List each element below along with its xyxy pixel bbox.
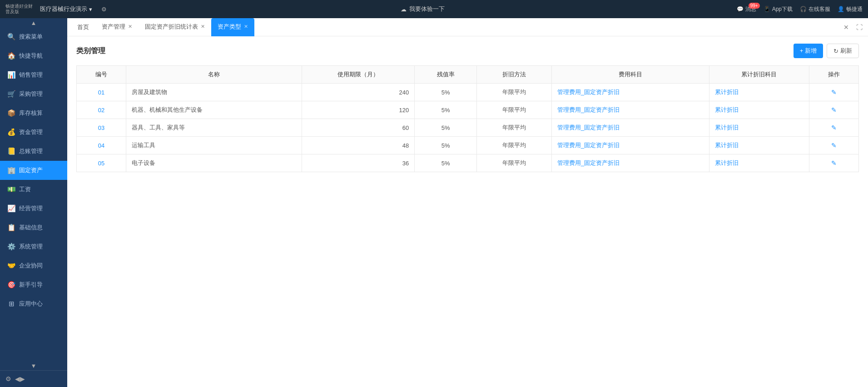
refresh-button[interactable]: ↻ 刷新: [827, 44, 859, 58]
workspace-name: 医疗器械行业演示: [40, 5, 87, 13]
tab-depreciation-stats-close[interactable]: ✕: [201, 24, 205, 30]
page-header: 类别管理 + 新增 ↻ 刷新: [76, 44, 859, 58]
tab-asset-management[interactable]: 资产管理 ✕: [95, 18, 139, 36]
tab-asset-management-label: 资产管理: [102, 23, 125, 31]
page-title: 类别管理: [76, 46, 105, 56]
cell-name-1: 机器、机械和其他生产设备: [126, 101, 302, 119]
sidebar-item-purchase-label: 采购管理: [19, 90, 43, 98]
cell-method-4: 年限平均: [477, 154, 552, 172]
col-header-name: 名称: [126, 66, 302, 84]
collapse-sidebar-icon[interactable]: ◀▶: [15, 375, 25, 382]
purchase-icon: 🛒: [7, 90, 15, 98]
cell-expense-1: 管理费用_固定资产折旧: [551, 101, 709, 119]
table-row: 01 房屋及建筑物 240 5% 年限平均 管理费用_固定资产折旧 累计折旧 ✎: [77, 84, 859, 101]
tab-depreciation-stats-label: 固定资产折旧统计表: [145, 23, 198, 31]
tab-asset-type[interactable]: 资产类型 ✕: [211, 18, 254, 36]
cell-action-2: ✎: [809, 119, 858, 137]
tab-asset-management-close[interactable]: ✕: [128, 24, 132, 30]
sidebar-item-collab[interactable]: 🤝 企业协同: [0, 256, 67, 275]
sidebar-item-basic-info[interactable]: 📋 基础信息: [0, 218, 67, 237]
top-bar-left: 畅捷通好业财 普及版 医疗器械行业演示 ▾ ⚙: [5, 3, 109, 15]
cell-action-1: ✎: [809, 101, 858, 119]
sidebar-item-purchase[interactable]: 🛒 采购管理: [0, 84, 67, 104]
scroll-up-arrow[interactable]: ▲: [0, 18, 67, 27]
sidebar-item-inventory[interactable]: 📦 库存核算: [0, 104, 67, 123]
top-bar-center[interactable]: ☁ 我要体验一下: [401, 5, 445, 13]
sidebar-item-business[interactable]: 📈 经营管理: [0, 199, 67, 218]
tab-depreciation-stats[interactable]: 固定资产折旧统计表 ✕: [139, 18, 211, 36]
col-header-accumulated: 累计折旧科目: [709, 66, 809, 84]
category-table: 编号 名称 使用期限（月） 残值率 折旧方法 费用科目 累计折旧科目 操作 01…: [76, 65, 859, 172]
sidebar-item-basic-info-label: 基础信息: [19, 223, 43, 232]
cell-residual-2: 5%: [415, 119, 477, 137]
sidebar-item-quicknav[interactable]: 🏠 快捷导航: [0, 46, 67, 65]
cell-period-0: 240: [302, 84, 415, 101]
sidebar-item-fixed-assets-label: 固定资产: [19, 166, 43, 174]
edit-icon-3[interactable]: ✎: [831, 142, 837, 149]
app-download-label: App下载: [772, 5, 793, 13]
tab-home-label: 首页: [77, 23, 89, 31]
tab-asset-type-label: 资产类型: [218, 23, 241, 31]
sidebar-item-finance[interactable]: 💰 资金管理: [0, 123, 67, 142]
expand-icon[interactable]: ⛶: [854, 23, 864, 32]
sidebar: ▲ 🔍 搜索菜单 🏠 快捷导航 📊 销售管理 🛒 采购管理 📦 库存核算: [0, 18, 67, 387]
sidebar-item-ledger-label: 总账管理: [19, 147, 43, 155]
edit-icon-2[interactable]: ✎: [831, 124, 837, 131]
table-row: 02 机器、机械和其他生产设备 120 5% 年限平均 管理费用_固定资产折旧 …: [77, 101, 859, 119]
sidebar-item-sales[interactable]: 📊 销售管理: [0, 65, 67, 84]
sidebar-item-search[interactable]: 🔍 搜索菜单: [0, 27, 67, 46]
top-bar-right: 💬 消息 99+ 📱 App下载 🎧 在线客服 👤 畅捷通: [737, 5, 863, 13]
edit-icon-0[interactable]: ✎: [831, 89, 837, 96]
col-header-period: 使用期限（月）: [302, 66, 415, 84]
sidebar-item-system[interactable]: ⚙️ 系统管理: [0, 237, 67, 256]
sidebar-item-inventory-label: 库存核算: [19, 109, 43, 117]
col-header-expense: 费用科目: [551, 66, 709, 84]
sidebar-item-app-center[interactable]: ⊞ 应用中心: [0, 294, 67, 313]
cell-residual-0: 5%: [415, 84, 477, 101]
download-icon: 📱: [764, 6, 770, 12]
bottom-settings-icon[interactable]: ⚙: [5, 375, 11, 382]
cell-action-0: ✎: [809, 84, 858, 101]
cell-name-2: 器具、工具、家具等: [126, 119, 302, 137]
cell-accumulated-0: 累计折旧: [709, 84, 809, 101]
app-logo: 畅捷通好业财 普及版: [5, 4, 33, 15]
settings-icon[interactable]: ⚙: [99, 4, 109, 15]
app-center-icon: ⊞: [7, 300, 15, 308]
sidebar-item-fixed-assets[interactable]: 🏢 固定资产: [0, 161, 67, 180]
sidebar-item-guide[interactable]: 🎯 新手引导: [0, 275, 67, 294]
sidebar-item-search-label: 搜索菜单: [19, 33, 43, 41]
cell-code-2: 03: [77, 119, 126, 137]
cell-name-4: 电子设备: [126, 154, 302, 172]
cell-action-4: ✎: [809, 154, 858, 172]
cell-period-1: 120: [302, 101, 415, 119]
cell-code-3: 04: [77, 137, 126, 154]
sidebar-item-quicknav-label: 快捷导航: [19, 52, 43, 60]
sidebar-item-business-label: 经营管理: [19, 204, 43, 213]
workspace-selector[interactable]: 医疗器械行业演示 ▾: [36, 3, 96, 15]
col-header-method: 折旧方法: [477, 66, 552, 84]
online-service-btn[interactable]: 🎧 在线客服: [800, 5, 830, 13]
edit-icon-1[interactable]: ✎: [831, 106, 837, 114]
user-avatar-btn[interactable]: 👤 畅捷通: [838, 5, 863, 13]
sidebar-item-payroll[interactable]: 💵 工资: [0, 180, 67, 199]
sidebar-item-ledger[interactable]: 📒 总账管理: [0, 142, 67, 161]
sidebar-scroll: 🔍 搜索菜单 🏠 快捷导航 📊 销售管理 🛒 采购管理 📦 库存核算 💰: [0, 27, 67, 361]
sidebar-item-sales-label: 销售管理: [19, 71, 43, 79]
tab-home[interactable]: 首页: [71, 18, 95, 36]
edit-icon-4[interactable]: ✎: [831, 159, 837, 167]
cell-expense-3: 管理费用_固定资产折旧: [551, 137, 709, 154]
cell-action-3: ✎: [809, 137, 858, 154]
tab-asset-type-close[interactable]: ✕: [244, 24, 248, 30]
new-button[interactable]: + 新增: [794, 44, 823, 58]
tab-bar: 首页 资产管理 ✕ 固定资产折旧统计表 ✕ 资产类型 ✕ ✕ ⛶: [67, 18, 868, 36]
main-layout: ▲ 🔍 搜索菜单 🏠 快捷导航 📊 销售管理 🛒 采购管理 📦 库存核算: [0, 18, 868, 387]
top-bar: 畅捷通好业财 普及版 医疗器械行业演示 ▾ ⚙ ☁ 我要体验一下 💬 消息 99…: [0, 0, 868, 18]
messages-btn[interactable]: 💬 消息 99+: [737, 5, 756, 13]
app-download-btn[interactable]: 📱 App下载: [764, 5, 793, 13]
cell-period-2: 60: [302, 119, 415, 137]
fixed-assets-icon: 🏢: [7, 166, 15, 174]
scroll-down-arrow[interactable]: ▼: [0, 361, 67, 370]
app-version: 普及版: [5, 9, 33, 15]
cell-expense-0: 管理费用_固定资产折旧: [551, 84, 709, 101]
close-tab-icon[interactable]: ✕: [842, 23, 851, 32]
